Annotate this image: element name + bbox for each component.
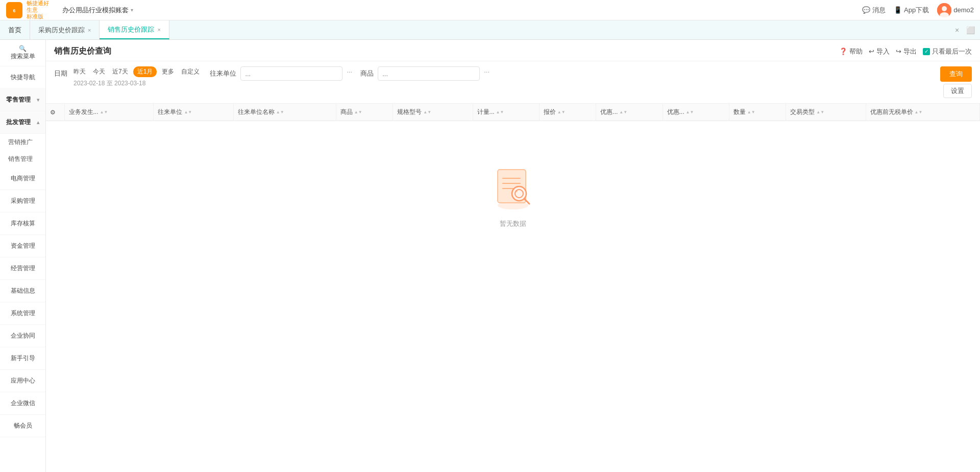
retail-arrow-icon: ▾ [37,97,39,103]
wholesale-arrow-icon: ▴ [37,120,39,125]
date-more[interactable]: 更多 [160,66,176,77]
app-download-button[interactable]: 📱 App下载 [894,6,929,15]
date-last7[interactable]: 近7天 [110,66,130,77]
th-trade-type[interactable]: 交易类型 ▲▼ [786,104,866,121]
th-partner-code[interactable]: 往来单位 ▲▼ [154,104,233,121]
member-label: 畅会员 [14,421,32,430]
tab-sales-history[interactable]: 销售历史价跟踪 × [100,20,169,39]
sales-mgmt-label: 销售管理 [8,155,33,163]
empty-text: 暂无数据 [500,219,526,228]
export-button[interactable]: ↪ 导出 [896,47,917,56]
sidebar-item-app-center[interactable]: 应用中心 [0,370,45,392]
date-today[interactable]: 今天 [91,66,107,77]
message-label: 消息 [872,6,886,15]
tab-home-label: 首页 [8,26,21,35]
help-button[interactable]: ❓ 帮助 [839,47,863,56]
svg-point-3 [942,6,947,11]
sort-icon: ▲▼ [747,110,755,114]
logo-text-line2: 标准版 [27,13,52,20]
sort-icon: ▲▼ [686,110,694,114]
data-table: ⚙ 业务发生... ▲▼ 往来单位 [46,104,980,121]
ecom-label: 电商管理 [11,174,35,183]
th-price[interactable]: 报价 ▲▼ [539,104,596,121]
goods-filter-label: 商品 [360,66,374,81]
tab-bar: 首页 采购历史价跟踪 × 销售历史价跟踪 × × ⬜ [0,20,980,40]
th-price-label: 报价 [544,108,556,116]
sidebar-item-inventory[interactable]: 库存核算 [0,213,45,235]
only-last-wrapper[interactable]: ✓ 只看最后一次 [923,47,972,56]
th-discount2[interactable]: 优惠... ▲▼ [663,104,729,121]
date-last-month[interactable]: 近1月 [133,66,157,77]
sidebar-item-enterprise-collab[interactable]: 企业协同 [0,325,45,347]
message-button[interactable]: 💬 消息 [862,6,886,15]
ops-label: 经营管理 [11,264,35,273]
workspace-name: 办公用品行业模拟账套 [62,6,129,15]
date-range-display: 2023-02-18 至 2023-03-18 [71,79,202,88]
tab-sales-close-icon[interactable]: × [157,27,160,33]
import-button[interactable]: ↩ 导入 [869,47,890,56]
partner-input[interactable] [240,66,342,81]
sidebar-item-new-guide[interactable]: 新手引导 [0,347,45,370]
window-maximize-button[interactable]: ⬜ [965,25,976,36]
sidebar-item-sys[interactable]: 系统管理 [0,302,45,325]
th-quantity[interactable]: 数量 ▲▼ [729,104,786,121]
sidebar-item-retail[interactable]: 零售管理 ▾ [0,89,45,111]
th-trade-type-label: 交易类型 [790,108,815,116]
logo-area: 6 畅捷通好生意 标准版 [6,0,52,20]
sidebar-item-marketing[interactable]: 营销推广 [0,134,45,151]
help-icon: ❓ [839,48,847,55]
empty-icon [487,162,538,213]
th-partner-name[interactable]: 往来单位名称 ▲▼ [233,104,336,121]
sidebar-item-basic-info[interactable]: 基础信息 [0,280,45,302]
partner-dots-icon[interactable]: ... [347,66,352,74]
table-container: ⚙ 业务发生... ▲▼ 往来单位 [46,104,980,269]
app-center-label: 应用中心 [11,376,35,385]
goods-dots-icon[interactable]: ... [484,66,489,74]
logo-text-line1: 畅捷通好生意 [27,0,52,13]
th-gear[interactable]: ⚙ [46,104,64,121]
date-filter-label: 日期 [54,66,67,81]
sidebar-item-ops[interactable]: 经营管理 [0,257,45,280]
window-close-button[interactable]: × [951,25,963,36]
th-goods[interactable]: 商品 ▲▼ [336,104,393,121]
sidebar-item-enterprise-wechat[interactable]: 企业微信 [0,392,45,415]
tab-sales-label: 销售历史价跟踪 [108,25,154,34]
sidebar-item-member[interactable]: 畅会员 [0,415,45,437]
sidebar-item-search[interactable]: 🔍 搜索菜单 [0,40,45,66]
date-filter: 昨天 今天 近7天 近1月 更多 自定义 2023-02-18 至 2023-0… [71,66,202,88]
tab-purchase-history[interactable]: 采购历史价跟踪 × [30,20,100,39]
th-biz-date[interactable]: 业务发生... ▲▼ [64,104,154,121]
sidebar-item-ecom[interactable]: 电商管理 [0,168,45,190]
th-unit[interactable]: 计量... ▲▼ [473,104,539,121]
date-filter-group: 日期 昨天 今天 近7天 近1月 更多 自定义 2023-02-18 至 202… [54,66,202,88]
user-menu[interactable]: demo2 [937,3,974,17]
goods-filter-group: 商品 ... [360,66,489,81]
sidebar-item-finance[interactable]: 资金管理 [0,235,45,257]
date-yesterday[interactable]: 昨天 [71,66,88,77]
th-goods-label: 商品 [340,108,353,116]
page-content: 销售历史价查询 ❓ 帮助 ↩ 导入 ↪ 导出 ✓ [46,40,980,472]
message-icon: 💬 [862,6,870,14]
query-button[interactable]: 查询 [940,66,972,82]
sidebar-item-quick-nav[interactable]: 快捷导航 [0,66,45,89]
th-biz-date-label: 业务发生... [69,108,99,116]
th-discount1[interactable]: 优惠... ▲▼ [596,104,663,121]
th-spec[interactable]: 规格型号 ▲▼ [393,104,473,121]
th-partner-code-label: 往来单位 [158,108,182,116]
tab-purchase-close-icon[interactable]: × [88,27,91,33]
sidebar-item-wholesale[interactable]: 批发管理 ▴ [0,111,45,134]
settings-button[interactable]: 设置 [943,84,972,98]
help-label: 帮助 [849,47,863,56]
purchase-label: 采购管理 [11,197,35,205]
workspace-selector[interactable]: 办公用品行业模拟账套 ▾ [62,6,133,15]
goods-input[interactable] [378,66,480,81]
sidebar-item-purchase[interactable]: 采购管理 [0,190,45,213]
th-spec-label: 规格型号 [397,108,422,116]
sort-icon: ▲▼ [100,110,108,114]
sort-icon: ▲▼ [557,110,566,114]
sidebar-item-sales-mgmt[interactable]: 销售管理 [0,151,45,168]
th-pretax-price[interactable]: 优惠前无税单价 ▲▼ [866,104,979,121]
only-last-checkbox[interactable]: ✓ [923,48,930,55]
tab-home[interactable]: 首页 [0,20,30,39]
date-custom[interactable]: 自定义 [179,66,202,77]
